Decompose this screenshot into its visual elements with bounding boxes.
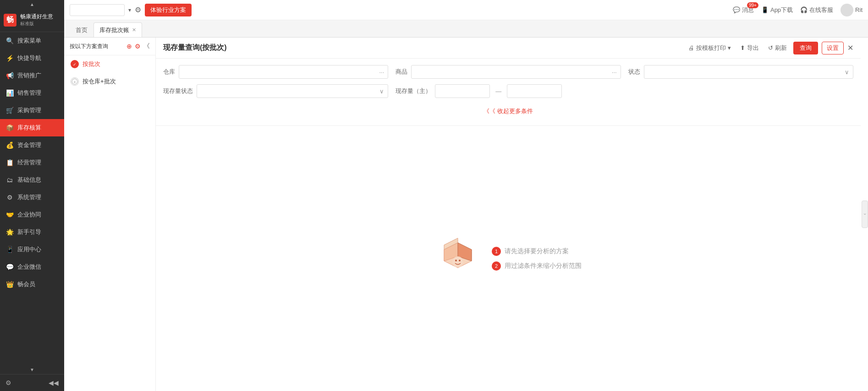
status-label: 状态 xyxy=(628,68,640,76)
right-scroll-btn[interactable]: › xyxy=(862,201,868,228)
app-title: 畅康通好生意 xyxy=(20,13,53,21)
sidebar-item-system[interactable]: ⚙ 系统管理 xyxy=(0,189,64,206)
online-service-btn[interactable]: 🎧 在线客服 xyxy=(800,6,833,14)
app-logo: 畅 xyxy=(4,14,16,27)
tip-text-2: 用过滤条件来缩小分析范围 xyxy=(505,262,582,270)
sidebar-item-collab[interactable]: 🤝 企业协同 xyxy=(0,206,64,223)
sales-icon: 📊 xyxy=(5,89,14,97)
sidebar-item-newguide[interactable]: 🌟 新手引导 xyxy=(0,223,64,241)
collab-icon: 🤝 xyxy=(5,211,14,218)
sidebar-label-marketing: 营销推广 xyxy=(17,71,41,80)
left-panel-header: 按以下方案查询 ⊕ ⚙ 《 xyxy=(64,38,155,55)
right-panel: 现存量查询(按批次) 🖨 按模板打印 ▾ ⬆ 导出 ↺ 刷新 xyxy=(156,38,861,391)
scheme-active-icon: ✓ xyxy=(71,60,79,68)
topbar-search-input[interactable] xyxy=(70,4,125,16)
stock-status-select[interactable]: ∨ xyxy=(197,84,388,98)
appstore-icon: 📱 xyxy=(5,246,14,253)
topbar: ▾ ⚙ 体验行业方案 💬 消息 99+ 📱 App下载 🎧 在线客服 Rit xyxy=(64,0,868,20)
left-panel-title: 按以下方案查询 xyxy=(70,43,124,50)
export-icon: ⬆ xyxy=(740,44,745,51)
svg-text:✓: ✓ xyxy=(73,62,77,67)
collapse-panel-btn[interactable]: 《 xyxy=(143,42,150,50)
app-download-label: App下载 xyxy=(770,6,793,14)
close-right-panel-btn[interactable]: ✕ xyxy=(847,43,853,52)
topbar-gear-btn[interactable]: ⚙ xyxy=(135,5,141,14)
sidebar-item-business[interactable]: 📋 经营管理 xyxy=(0,154,64,171)
sidebar-scroll-up[interactable]: ▲ xyxy=(0,0,64,9)
tip-num-1: 1 xyxy=(492,247,501,256)
sidebar-label-sales: 销售管理 xyxy=(17,89,41,97)
product-input[interactable]: ··· xyxy=(411,65,621,79)
msg-btn[interactable]: 💬 消息 99+ xyxy=(733,6,754,14)
print-dropdown-icon: ▾ xyxy=(728,44,731,51)
refresh-btn[interactable]: ↺ 刷新 xyxy=(765,42,790,54)
tab-home[interactable]: 首页 xyxy=(70,22,93,37)
collapse-more-btn[interactable]: 《《 收起更多条件 xyxy=(163,103,853,119)
status-chevron: ∨ xyxy=(845,69,849,76)
settings-btn[interactable]: 设置 xyxy=(822,42,844,54)
stock-qty-max-input[interactable] xyxy=(507,84,562,98)
tab-inventory-batch[interactable]: 库存批次账 ✕ xyxy=(93,22,142,37)
sidebar-item-basic[interactable]: 🗂 基础信息 xyxy=(0,171,64,189)
product-dots: ··· xyxy=(612,69,617,76)
sidebar-scroll-down[interactable]: ▼ xyxy=(0,365,64,374)
sidebar-item-member[interactable]: 👑 畅会员 xyxy=(0,276,64,293)
quicknav-icon: ⚡ xyxy=(5,54,14,62)
trial-button[interactable]: 体验行业方案 xyxy=(145,4,192,16)
filter-row-2: 现存量状态 ∨ 现存量（主） — xyxy=(163,84,853,98)
app-download-icon: 📱 xyxy=(761,6,769,13)
topbar-dropdown-btn[interactable]: ▾ xyxy=(128,7,131,13)
sidebar-footer: ⚙ ◀◀ xyxy=(0,374,64,391)
svg-point-8 xyxy=(452,256,463,267)
sidebar-item-inventory[interactable]: 📦 库存核算 xyxy=(0,119,64,136)
add-scheme-btn[interactable]: ⊕ xyxy=(126,43,132,50)
print-template-btn[interactable]: 🖨 按模板打印 ▾ xyxy=(686,42,734,54)
empty-state: 1 请先选择要分析的方案 2 用过滤条件来缩小分析范围 xyxy=(156,126,861,391)
scheme-by-batch-label: 按批次 xyxy=(82,60,100,68)
sidebar-label-wechat: 企业微信 xyxy=(17,263,41,271)
sidebar-item-finance[interactable]: 💰 资金管理 xyxy=(0,136,64,154)
filter-stock-status: 现存量状态 ∨ xyxy=(163,84,388,98)
filter-area: 仓库 ··· 商品 ··· 状态 ∨ xyxy=(156,59,861,126)
sidebar-item-purchase[interactable]: 🛒 采购管理 xyxy=(0,102,64,119)
scheme-item-by-warehouse-batch[interactable]: ● 按仓库+批次 xyxy=(64,73,155,90)
sidebar-header: 畅 畅康通好生意 标准版 xyxy=(0,9,64,32)
warehouse-input[interactable]: ··· xyxy=(179,65,388,79)
settings-label: 设置 xyxy=(827,44,839,52)
collapse-up-icon: 《《 xyxy=(483,107,495,115)
content-area: 按以下方案查询 ⊕ ⚙ 《 ✓ 按批次 ● 按仓库+批次 现 xyxy=(64,38,868,391)
service-label: 在线客服 xyxy=(809,6,833,14)
status-select[interactable]: ∨ xyxy=(644,65,853,79)
sidebar-item-search[interactable]: 🔍 搜索菜单 xyxy=(0,32,64,49)
filter-warehouse: 仓库 ··· xyxy=(163,65,388,79)
sidebar-item-quicknav[interactable]: ⚡ 快捷导航 xyxy=(0,49,64,67)
sidebar-item-sales[interactable]: 📊 销售管理 xyxy=(0,84,64,102)
sidebar-label-system: 系统管理 xyxy=(17,193,41,201)
scheme-settings-btn[interactable]: ⚙ xyxy=(135,43,141,50)
stock-qty-label: 现存量（主） xyxy=(396,87,431,95)
sidebar-label-business: 经营管理 xyxy=(17,158,41,167)
empty-tip-1: 1 请先选择要分析的方案 xyxy=(492,247,582,256)
tip-text-1: 请先选择要分析的方案 xyxy=(505,247,569,255)
settings-footer-btn[interactable]: ⚙ xyxy=(5,379,11,386)
collapse-label: 收起更多条件 xyxy=(497,107,533,115)
tab-close-btn[interactable]: ✕ xyxy=(132,27,136,33)
sidebar-item-appstore[interactable]: 📱 应用中心 xyxy=(0,241,64,258)
business-icon: 📋 xyxy=(5,159,14,166)
export-btn[interactable]: ⬆ 导出 xyxy=(737,42,762,54)
left-panel: 按以下方案查询 ⊕ ⚙ 《 ✓ 按批次 ● 按仓库+批次 xyxy=(64,38,156,391)
sidebar-label-member: 畅会员 xyxy=(17,280,35,288)
stock-status-label: 现存量状态 xyxy=(163,87,193,95)
empty-tips: 1 请先选择要分析的方案 2 用过滤条件来缩小分析范围 xyxy=(492,247,582,271)
sidebar-item-wechat[interactable]: 💬 企业微信 xyxy=(0,258,64,276)
collapse-sidebar-btn[interactable]: ◀◀ xyxy=(49,379,59,386)
sidebar-label-inventory: 库存核算 xyxy=(17,124,41,132)
stock-qty-min-input[interactable] xyxy=(435,84,490,98)
print-label: 按模板打印 xyxy=(696,44,726,52)
scheme-item-by-batch[interactable]: ✓ 按批次 xyxy=(64,55,155,73)
app-download-btn[interactable]: 📱 App下载 xyxy=(761,6,793,14)
user-area[interactable]: Rit xyxy=(841,4,863,16)
query-btn[interactable]: 查询 xyxy=(793,42,818,54)
main-area: ▾ ⚙ 体验行业方案 💬 消息 99+ 📱 App下载 🎧 在线客服 Rit xyxy=(64,0,868,391)
sidebar-item-marketing[interactable]: 📢 营销推广 xyxy=(0,67,64,84)
